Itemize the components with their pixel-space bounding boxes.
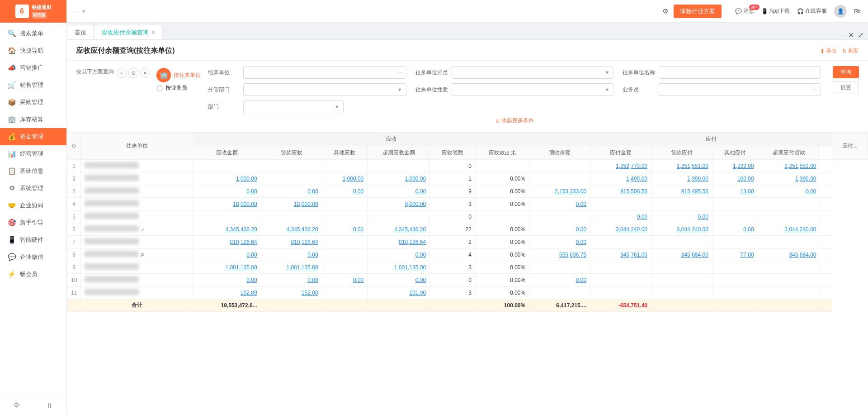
amount-link[interactable]: 3,044,240.00 [616, 226, 647, 233]
amount-link[interactable]: 655,636.75 [559, 252, 586, 258]
tab-maximize-icon[interactable]: ⤢ [858, 31, 863, 39]
refresh-button[interactable]: ↻ 刷新 [842, 47, 859, 55]
tab-close-icon[interactable]: ✕ [151, 30, 155, 35]
amount-link[interactable]: 1,000.00 [343, 176, 364, 182]
amount-link[interactable]: 915,508.56 [620, 188, 647, 195]
username-label[interactable]: Rit [854, 8, 861, 14]
amount-link[interactable]: 345,761.00 [620, 252, 647, 258]
amount-link[interactable]: 0.00 [743, 226, 754, 233]
amount-link[interactable]: 1,251,551.00 [677, 163, 708, 169]
amount-link[interactable]: 1,001,135.00 [394, 264, 426, 271]
sidebar-item-purchase[interactable]: 📦 采购管理 [0, 94, 66, 111]
amount-link[interactable]: 18,000.00 [233, 201, 257, 207]
amount-link[interactable]: 0.00 [246, 252, 257, 258]
online-service-button[interactable]: 🎧 在线客服 [797, 7, 827, 15]
amount-link[interactable]: 2,153,333.00 [555, 188, 586, 195]
amount-link[interactable]: 0.00 [698, 214, 708, 220]
amount-link[interactable]: 0.00 [353, 226, 363, 233]
amount-link[interactable]: 3,044,240.00 [784, 226, 816, 233]
th-gear[interactable]: ⚙ [67, 133, 81, 160]
amount-link[interactable]: 0.00 [246, 277, 257, 283]
jiesuan-input[interactable]: ··· [243, 66, 406, 79]
message-button[interactable]: 💬 消息 99+ [735, 7, 754, 15]
amount-link[interactable]: 0.00 [415, 277, 426, 283]
amount-link[interactable]: 0.00 [307, 277, 318, 283]
amount-link[interactable]: 1,251,551.00 [784, 163, 816, 169]
amount-link[interactable]: 0.00 [353, 277, 363, 283]
sidebar-item-inventory[interactable]: 🏢 库存核算 [0, 111, 66, 128]
amount-link[interactable]: 1,000.00 [236, 176, 257, 182]
amount-link[interactable]: 0.00 [576, 239, 586, 245]
sidebar-item-wechat[interactable]: 💬 企业微信 [0, 248, 66, 266]
amount-link[interactable]: 1,390.00 [687, 176, 708, 182]
sidebar-item-sales[interactable]: 🛒 销售管理 [0, 76, 66, 94]
sidebar-item-system[interactable]: ⚙ 系统管理 [0, 180, 66, 197]
export-button[interactable]: ⬆ 导出 [820, 47, 837, 55]
sidebar-item-collab[interactable]: 🤝 企业协同 [0, 197, 66, 214]
amount-link[interactable]: 1,252,773.00 [616, 163, 647, 169]
amount-link[interactable]: 915,495.56 [681, 188, 708, 195]
set-button[interactable]: 设置 [833, 81, 859, 94]
sidebar-settings-btn[interactable]: ⚙ [11, 399, 22, 411]
amount-link[interactable]: 4,345,436.20 [394, 226, 426, 233]
tab-close-window-icon[interactable]: ✕ [848, 31, 854, 39]
amount-link[interactable]: 13.00 [741, 188, 754, 195]
amount-link[interactable]: 4,345,436.20 [226, 226, 257, 233]
sidebar-item-member[interactable]: ⚡ 畅会员 [0, 266, 66, 283]
app-download-button[interactable]: 📱 App下载 [761, 7, 790, 15]
sidebar-item-finance[interactable]: 💰 资金管理 [0, 128, 66, 145]
query-button[interactable]: 查询 [833, 66, 859, 78]
amount-link[interactable]: 0.00 [307, 188, 318, 195]
amount-link[interactable]: 0.00 [806, 188, 816, 195]
sidebar-item-basic[interactable]: 📋 基础信息 [0, 162, 66, 180]
amount-link[interactable]: 1,001,135.00 [287, 264, 318, 271]
amount-link[interactable]: 9,000.00 [405, 201, 426, 207]
sidebar-item-operations[interactable]: 📊 经营管理 [0, 145, 66, 162]
table-area[interactable]: ⚙ 往来单位 应收 应付 应付... 应收金额 贷款应收 其他应收 超期应收金额… [67, 132, 868, 415]
tab-ar-query[interactable]: 应收应付余额查询 ✕ [94, 25, 163, 39]
sidebar-item-hardware[interactable]: 📱 智能硬件 [0, 231, 66, 248]
scheme-radio-partner[interactable]: 🏢 按往来单位 [156, 68, 201, 82]
table-settings-icon[interactable]: ⚙ [71, 143, 76, 149]
amount-link[interactable]: 1,001,135.00 [226, 264, 257, 271]
amount-link[interactable]: 101.00 [409, 290, 426, 296]
amount-link[interactable]: 0.00 [576, 277, 586, 283]
amount-link[interactable]: 1,222.00 [733, 163, 754, 169]
collapse-button[interactable]: ∧ 收起更多条件 [208, 115, 821, 126]
scheme-add-btn[interactable]: ＋ [117, 68, 127, 78]
amount-link[interactable]: 0.00 [415, 252, 426, 258]
amount-link[interactable]: 1,000.00 [405, 176, 426, 182]
amount-link[interactable]: 0.00 [576, 226, 586, 233]
settings-icon[interactable]: ⚙ [662, 7, 668, 15]
dept-input[interactable]: ▼ [243, 100, 344, 113]
laiwan-classify-input[interactable]: ▼ [452, 66, 614, 79]
sidebar-item-quicknav[interactable]: 🏠 快捷导航 [0, 42, 66, 59]
sidebar-item-search[interactable]: 🔍 搜索菜单 [0, 25, 66, 42]
amount-link[interactable]: 1,490.00 [626, 176, 647, 182]
amount-link[interactable]: 4,345,436.20 [287, 226, 318, 233]
amount-link[interactable]: 0.00 [415, 188, 426, 195]
amount-link[interactable]: 1,390.00 [795, 176, 816, 182]
amount-link[interactable]: 0.00 [353, 188, 363, 195]
amount-link[interactable]: 810,126.64 [230, 239, 257, 245]
amount-link[interactable]: 100.00 [737, 176, 754, 182]
amount-link[interactable]: 152.00 [302, 290, 318, 296]
amount-link[interactable]: 0.00 [307, 252, 318, 258]
amount-link[interactable]: 810,126.64 [399, 239, 426, 245]
sidebar-item-guide[interactable]: 🎯 新手引导 [0, 214, 66, 231]
amount-link[interactable]: 0.00 [576, 201, 586, 207]
user-avatar[interactable]: 👤 [834, 5, 847, 18]
sidebar-collapse-btn[interactable]: ⏸ [44, 399, 55, 411]
amount-link[interactable]: 3,044,240.00 [677, 226, 708, 233]
amount-link[interactable]: 18,000.00 [294, 201, 318, 207]
scheme-back-btn[interactable]: « [140, 68, 150, 78]
amount-link[interactable]: 345,684.00 [681, 252, 708, 258]
amount-link[interactable]: 810,126.64 [291, 239, 318, 245]
laiwan-nature-input[interactable]: ▼ [452, 83, 614, 96]
laiwan-name-input[interactable] [659, 66, 821, 79]
solution-button[interactable]: 体验行业方案 [674, 5, 722, 18]
amount-link[interactable]: 0.00 [246, 188, 257, 195]
amount-link[interactable]: 152.00 [241, 290, 257, 296]
amount-link[interactable]: 77.00 [741, 252, 754, 258]
amount-link[interactable]: 0.00 [637, 214, 647, 220]
